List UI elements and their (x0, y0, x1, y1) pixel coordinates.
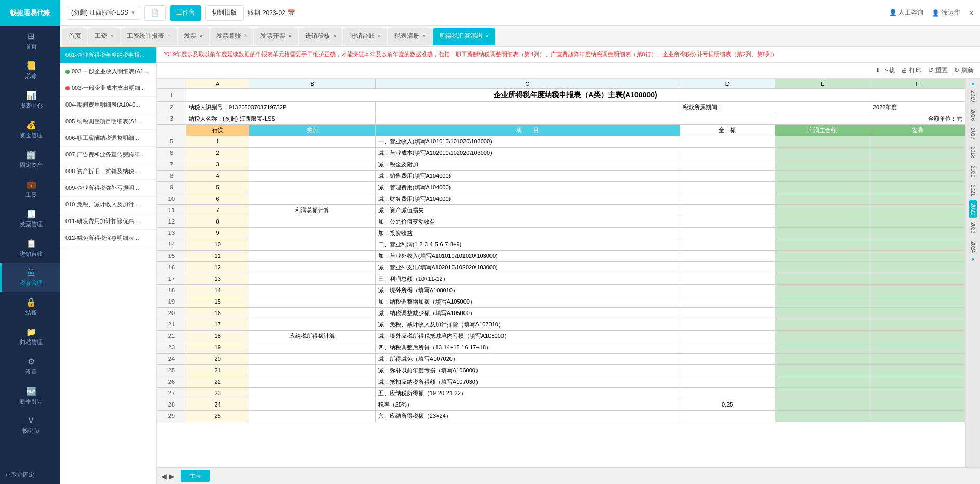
year-item-2016[interactable]: 2016 (969, 106, 977, 124)
diff-24[interactable] (870, 410, 965, 422)
left-panel-item-010[interactable]: 010-免税、减计收入及加计... (60, 197, 156, 213)
sidebar-item-home[interactable]: ⊞首页 (0, 26, 60, 56)
sidebar-item-close[interactable]: 🔒结账 (0, 292, 60, 322)
tab-所得税汇算清缴[interactable]: 所得税汇算清缴× (433, 28, 495, 45)
diff-22[interactable] (870, 387, 965, 399)
profit-amount-8[interactable] (775, 227, 870, 239)
diff-1[interactable] (870, 147, 965, 159)
tab-进销台账[interactable]: 进销台账× (343, 28, 387, 45)
profit-amount-4[interactable] (775, 181, 870, 193)
sidebar-item-sales[interactable]: 📋进销台账 (0, 233, 60, 263)
diff-18[interactable] (870, 342, 965, 353)
amount-13[interactable] (680, 284, 775, 296)
amount-9[interactable] (680, 239, 775, 250)
diff-8[interactable] (870, 227, 965, 239)
tab-close-icon[interactable]: × (288, 33, 292, 39)
profit-amount-21[interactable] (775, 376, 870, 387)
refresh-button[interactable]: ↻ 刷新 (954, 66, 974, 75)
tab-close-icon[interactable]: × (486, 33, 489, 39)
amount-1[interactable] (680, 147, 775, 159)
amount-0[interactable] (680, 136, 775, 147)
diff-10[interactable] (870, 250, 965, 261)
tab-发票[interactable]: 发票× (178, 28, 209, 45)
diff-23[interactable] (870, 399, 965, 410)
year-item-2023[interactable]: 2023 (969, 219, 977, 237)
amount-23[interactable]: 0.25 (680, 399, 775, 410)
diff-2[interactable] (870, 159, 965, 170)
download-button[interactable]: ⬇ 下载 (875, 66, 895, 75)
sheet-tab-main[interactable]: 主表 (181, 470, 210, 482)
year-item-2024[interactable]: 2024 (969, 238, 977, 256)
year-item-2020[interactable]: 2020 (969, 163, 977, 180)
diff-9[interactable] (870, 239, 965, 250)
tab-close-icon[interactable]: × (244, 33, 247, 39)
tab-发票算账[interactable]: 发票算账× (210, 28, 254, 45)
profit-amount-9[interactable] (775, 239, 870, 250)
sidebar-item-settings[interactable]: ⚙设置 (0, 351, 60, 381)
diff-13[interactable] (870, 284, 965, 296)
amount-12[interactable] (680, 273, 775, 284)
amount-4[interactable] (680, 181, 775, 193)
amount-24[interactable] (680, 410, 775, 422)
tab-close-icon[interactable]: × (167, 33, 170, 39)
tab-发票开票[interactable]: 发票开票× (254, 28, 298, 45)
profit-amount-13[interactable] (775, 284, 870, 296)
profit-amount-19[interactable] (775, 353, 870, 364)
left-panel-item-009[interactable]: 009-企业所得税弥补亏损明... (60, 180, 156, 197)
sidebar-item-archive[interactable]: 📁归档管理 (0, 322, 60, 351)
amount-19[interactable] (680, 353, 775, 364)
spreadsheet[interactable]: A B C D E F 1 企业所得税年度纳税申报表（A类） (157, 79, 965, 467)
left-panel-item-002[interactable]: 002-一般企业收入明细表(A1... (60, 63, 156, 80)
amount-7[interactable] (680, 216, 775, 227)
workbench-button[interactable]: 工作台 (170, 5, 201, 21)
diff-14[interactable] (870, 296, 965, 307)
reset-button[interactable]: ↺ 重置 (928, 66, 948, 75)
amount-21[interactable] (680, 376, 775, 387)
profit-amount-18[interactable] (775, 342, 870, 353)
profit-amount-1[interactable] (775, 147, 870, 159)
diff-19[interactable] (870, 353, 965, 364)
profit-amount-17[interactable] (775, 330, 870, 342)
amount-15[interactable] (680, 307, 775, 319)
toggle-version-button[interactable]: 切到旧版 (205, 5, 244, 21)
profit-amount-12[interactable] (775, 273, 870, 284)
diff-21[interactable] (870, 376, 965, 387)
tab-首页[interactable]: 首页 (62, 28, 87, 45)
profit-amount-0[interactable] (775, 136, 870, 147)
amount-18[interactable] (680, 342, 775, 353)
tab-close-icon[interactable]: × (110, 33, 113, 39)
diff-12[interactable] (870, 273, 965, 284)
year-item-2019[interactable]: 2019 (969, 87, 977, 105)
sidebar-item-capital[interactable]: 💰资金管理 (0, 115, 60, 145)
amount-11[interactable] (680, 261, 775, 273)
year-item-2018[interactable]: 2018 (969, 143, 977, 161)
tab-税表清册[interactable]: 税表清册× (388, 28, 432, 45)
diff-4[interactable] (870, 181, 965, 193)
tab-close-icon[interactable]: × (378, 33, 381, 39)
profit-amount-3[interactable] (775, 170, 870, 181)
sheet-nav-left[interactable]: ◀ (161, 472, 167, 480)
diff-0[interactable] (870, 136, 965, 147)
sidebar-item-invoice[interactable]: 🧾发票管理 (0, 204, 60, 233)
profit-amount-11[interactable] (775, 261, 870, 273)
user-info[interactable]: 👤 徐运华 (932, 8, 960, 17)
profit-amount-24[interactable] (775, 410, 870, 422)
left-panel-item-008[interactable]: 008-资产折旧、摊销及纳税... (60, 163, 156, 180)
diff-3[interactable] (870, 170, 965, 181)
amount-22[interactable] (680, 387, 775, 399)
amount-17[interactable] (680, 330, 775, 342)
year-down-arrow[interactable]: ▼ (971, 257, 976, 263)
tab-工资[interactable]: 工资× (88, 28, 120, 45)
tab-close-icon[interactable]: × (422, 33, 426, 39)
amount-14[interactable] (680, 296, 775, 307)
profit-amount-7[interactable] (775, 216, 870, 227)
diff-15[interactable] (870, 307, 965, 319)
left-panel-item-007[interactable]: 007-广告费和业务宣传费跨年... (60, 147, 156, 163)
profit-amount-22[interactable] (775, 387, 870, 399)
amount-16[interactable] (680, 319, 775, 330)
tab-close-icon[interactable]: × (333, 33, 336, 39)
sidebar-item-fixed[interactable]: 🏢固定资产 (0, 145, 60, 174)
print-icon-btn[interactable]: 📄 (144, 5, 166, 21)
amount-8[interactable] (680, 227, 775, 239)
sidebar-item-payroll[interactable]: 💼工资 (0, 174, 60, 204)
